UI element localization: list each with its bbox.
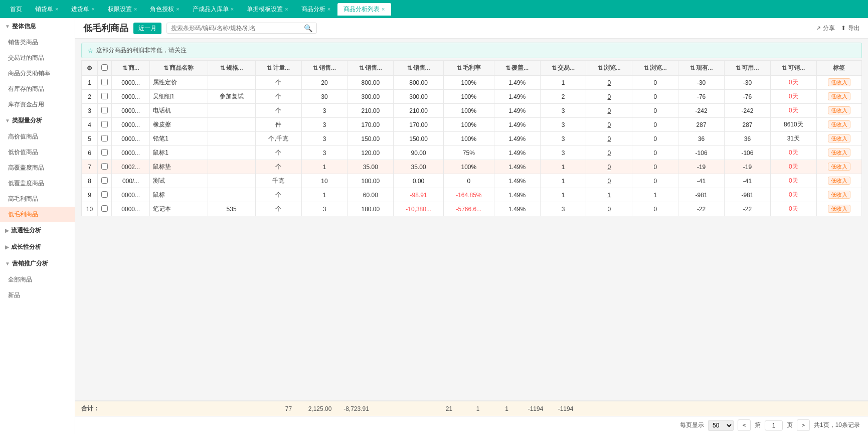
row-checkbox[interactable] [98, 104, 112, 118]
col-stock[interactable]: ⇅现有... [678, 61, 725, 76]
row-select-checkbox[interactable] [101, 163, 108, 170]
sidebar-item-high-value[interactable]: 高价值商品 [0, 129, 75, 144]
row-browse1[interactable]: 0 [586, 160, 632, 174]
col-cover-rate[interactable]: ⇅覆盖... [494, 61, 540, 76]
row-name[interactable]: 电话机 [150, 104, 208, 118]
sidebar-item-high-coverage[interactable]: 高覆盖度商品 [0, 160, 75, 176]
col-gross-rate[interactable]: ⇅毛利率 [443, 61, 494, 76]
search-icon[interactable]: 🔍 [304, 24, 312, 32]
row-select-checkbox[interactable] [101, 107, 108, 113]
nav-sales-close[interactable]: × [55, 6, 58, 12]
nav-product-close[interactable]: × [231, 6, 234, 12]
row-browse1[interactable]: 0 [586, 132, 632, 146]
col-code[interactable]: ⇅商... [112, 61, 150, 76]
sidebar-item-stock-goods[interactable]: 有库存的商品 [0, 81, 75, 97]
nav-role[interactable]: 角色授权× [144, 3, 185, 16]
row-browse1[interactable]: 0 [586, 104, 632, 118]
sidebar-item-low-margin[interactable]: 低毛利商品 [0, 207, 75, 222]
row-checkbox[interactable] [98, 188, 112, 202]
row-select-checkbox[interactable] [101, 121, 108, 127]
col-trade[interactable]: ⇅交易... [540, 61, 586, 76]
row-select-checkbox[interactable] [101, 191, 108, 198]
col-sale-amt[interactable]: ⇅销售... [348, 61, 394, 76]
sidebar-section-overall[interactable]: ▼ 整体信息 [0, 18, 75, 35]
nav-sales[interactable]: 销货单× [29, 3, 64, 16]
nav-goods-list-close[interactable]: × [382, 6, 385, 12]
row-name[interactable]: 橡皮擦 [150, 118, 208, 132]
col-settings[interactable]: ⚙ [82, 61, 98, 76]
sidebar-item-category-rate[interactable]: 商品分类助销率 [0, 66, 75, 81]
export-button[interactable]: ⬆ 导出 [841, 24, 860, 33]
share-button[interactable]: ↗ 分享 [816, 24, 835, 33]
row-name[interactable]: 铅笔1 [150, 132, 208, 146]
row-browse1[interactable]: 1 [586, 188, 632, 202]
sidebar-item-low-coverage[interactable]: 低覆盖度商品 [0, 176, 75, 191]
row-tag[interactable]: 低收入 [816, 104, 861, 118]
row-checkbox[interactable] [98, 160, 112, 174]
row-name[interactable]: 鼠标1 [150, 146, 208, 160]
sidebar-item-all-goods[interactable]: 全部商品 [0, 272, 75, 287]
row-tag[interactable]: 低收入 [816, 132, 861, 146]
row-select-checkbox[interactable] [101, 149, 108, 156]
nav-purchase[interactable]: 进货单× [65, 3, 100, 16]
row-select-checkbox[interactable] [101, 135, 108, 141]
sidebar-item-capital[interactable]: 库存资金占用 [0, 97, 75, 112]
col-sale-profit[interactable]: ⇅销售... [394, 61, 444, 76]
row-checkbox[interactable] [98, 118, 112, 132]
row-checkbox[interactable] [98, 146, 112, 160]
nav-purchase-close[interactable]: × [91, 6, 94, 12]
col-checkbox[interactable] [98, 61, 112, 76]
row-tag[interactable]: 低收入 [816, 76, 861, 90]
nav-template-close[interactable]: × [285, 6, 288, 12]
table-wrapper[interactable]: ⚙ ⇅商... ⇅商品名称 ⇅规格... ⇅计量... ⇅销售... ⇅销售..… [75, 60, 868, 400]
nav-goods-analysis-list[interactable]: 商品分析列表× [337, 3, 391, 16]
sidebar-item-new-goods[interactable]: 新品 [0, 287, 75, 303]
col-tag[interactable]: 标签 [816, 61, 861, 76]
row-name[interactable]: 属性定价 [150, 76, 208, 90]
row-tag[interactable]: 低收入 [816, 118, 861, 132]
sidebar-section-growth[interactable]: ▶ 成长性分析 [0, 239, 75, 255]
row-tag[interactable]: 低收入 [816, 174, 861, 188]
row-tag[interactable]: 低收入 [816, 90, 861, 104]
col-unit[interactable]: ⇅计量... [255, 61, 301, 76]
row-select-checkbox[interactable] [101, 177, 108, 184]
row-tag[interactable]: 低收入 [816, 188, 861, 202]
row-select-checkbox[interactable] [101, 93, 108, 99]
sidebar-item-low-value[interactable]: 低价值商品 [0, 144, 75, 160]
nav-goods-analysis[interactable]: 商品分析× [295, 3, 336, 16]
nav-role-close[interactable]: × [176, 6, 179, 12]
nav-goods-analysis-close[interactable]: × [327, 6, 330, 12]
page-number-input[interactable] [765, 420, 783, 430]
select-all-checkbox[interactable] [101, 64, 108, 71]
nav-home[interactable]: 首页 [4, 3, 28, 16]
row-tag[interactable]: 低收入 [816, 202, 861, 216]
row-tag[interactable]: 低收入 [816, 160, 861, 174]
sidebar-section-flow[interactable]: ▶ 流通性分析 [0, 222, 75, 239]
row-name[interactable]: 鼠标垫 [150, 160, 208, 174]
sidebar-item-high-margin[interactable]: 高毛利商品 [0, 191, 75, 207]
date-filter-button[interactable]: 近一月 [133, 23, 161, 34]
row-checkbox[interactable] [98, 76, 112, 90]
nav-product-in[interactable]: 产成品入库单× [187, 3, 240, 16]
row-name[interactable]: 吴细细1 [150, 90, 208, 104]
row-browse1[interactable]: 0 [586, 118, 632, 132]
row-tag[interactable]: 低收入 [816, 146, 861, 160]
row-name[interactable]: 测试 [150, 174, 208, 188]
sidebar-item-sales-goods[interactable]: 销售类商品 [0, 35, 75, 50]
nav-permission-close[interactable]: × [134, 6, 137, 12]
col-sale-pcs[interactable]: ⇅销售... [301, 61, 348, 76]
row-browse1[interactable]: 0 [586, 76, 632, 90]
row-select-checkbox[interactable] [101, 79, 108, 85]
col-browse2[interactable]: ⇅浏览... [632, 61, 678, 76]
sidebar-section-marketing[interactable]: ▼ 营销推广分析 [0, 255, 75, 272]
sidebar-section-type-analysis[interactable]: ▼ 类型量分析 [0, 112, 75, 129]
settings-icon[interactable]: ⚙ [87, 65, 92, 72]
col-browse1[interactable]: ⇅浏览... [586, 61, 632, 76]
sidebar-item-traded-goods[interactable]: 交易过的商品 [0, 50, 75, 66]
row-checkbox[interactable] [98, 202, 112, 216]
next-page-button[interactable]: ＞ [797, 419, 810, 431]
col-available[interactable]: ⇅可用... [725, 61, 771, 76]
row-browse1[interactable]: 0 [586, 90, 632, 104]
row-checkbox[interactable] [98, 132, 112, 146]
row-name[interactable]: 鼠标 [150, 188, 208, 202]
